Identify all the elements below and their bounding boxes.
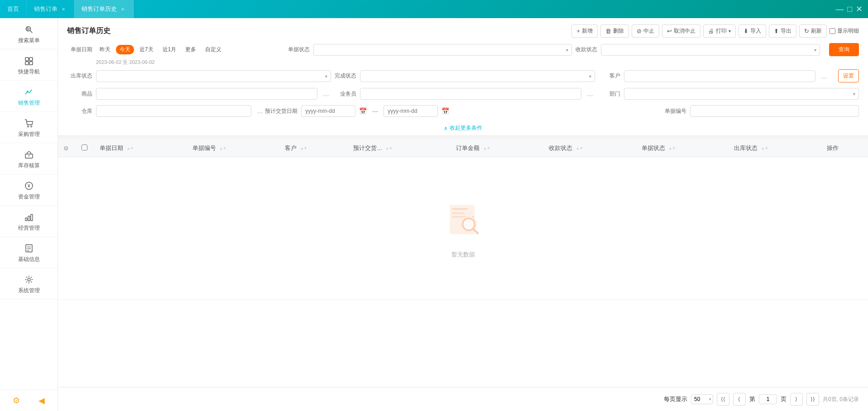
pagination-bar: 每页显示 20 50 100 200 ▾ ⟨⟨ ⟨ 第 页 ⟩ ⟩⟩ 共0页, … (58, 387, 868, 411)
next-page-button[interactable]: ⟩ (790, 393, 803, 406)
customer-input[interactable] (624, 70, 815, 82)
salesman-input[interactable] (360, 88, 581, 100)
sidebar-item-operations[interactable]: 经营管理 (0, 206, 58, 237)
close-app-icon[interactable]: ✕ (856, 4, 863, 14)
filter-order-no-item: 单据编号 (661, 105, 859, 117)
col-date: 单据日期 ▲▼ (94, 140, 187, 157)
maximize-icon[interactable]: □ (847, 5, 852, 14)
settings-button[interactable]: 设置 (838, 69, 859, 82)
pay-status-sort-icon[interactable]: ▲▼ (576, 147, 583, 150)
filter-row-3: 商品 … 业务员 … 部门 (67, 88, 859, 100)
date-tag-today[interactable]: 今天 (116, 45, 134, 54)
finance-icon: ¥ (24, 181, 34, 191)
sidebar-item-system[interactable]: 系统管理 (0, 268, 58, 300)
close-sales-order-history-icon[interactable]: ✕ (120, 6, 126, 12)
filter-customer-item: 客户 … 设置 (595, 69, 859, 82)
sidebar-collapse-icon[interactable]: ◀ (38, 396, 45, 406)
sidebar-item-basic-info[interactable]: 基础信息 (0, 237, 58, 268)
date-tag-more[interactable]: 更多 (182, 45, 200, 54)
warehouse-ellipsis-icon[interactable]: … (255, 107, 265, 115)
delete-button[interactable]: 🗑 删除 (600, 24, 629, 38)
display-columns-input[interactable] (830, 28, 835, 34)
add-button[interactable]: + 新增 (571, 24, 598, 38)
tab-home[interactable]: 查询 首页 (0, 0, 27, 18)
product-input[interactable] (96, 88, 317, 100)
first-page-button[interactable]: ⟨⟨ (717, 393, 729, 406)
order-status-sort-icon[interactable]: ▲▼ (668, 147, 676, 150)
collapse-row[interactable]: ∧ 收起更多条件 (67, 122, 859, 135)
date-tag-custom[interactable]: 自定义 (201, 45, 225, 54)
dept-select[interactable] (624, 88, 859, 100)
order-no-input[interactable] (690, 105, 859, 117)
expected-date-from-calendar-icon[interactable]: 📅 (359, 107, 367, 115)
sidebar-item-finance[interactable]: ¥ 资金管理 (0, 174, 58, 206)
date-sort-icon[interactable]: ▲▼ (127, 147, 134, 150)
out-status-select[interactable] (96, 70, 331, 82)
expected-date-label: 预计交货日期 (265, 107, 297, 115)
quick-nav-icon (24, 56, 34, 66)
status-select[interactable] (313, 44, 572, 56)
page-label-suffix: 页 (781, 395, 786, 403)
date-tag-yesterday[interactable]: 昨天 (96, 45, 114, 54)
print-dropdown-icon: ▾ (729, 29, 731, 34)
sidebar-item-search-menu[interactable]: 搜索菜单 (0, 18, 58, 49)
order-no-sort-icon[interactable]: ▲▼ (219, 147, 226, 150)
svg-rect-8 (29, 62, 33, 65)
out-status-sort-icon[interactable]: ▲▼ (761, 147, 768, 150)
close-sales-order-icon[interactable]: ✕ (60, 6, 67, 12)
date-range-row: 2023-06-02 至 2023-06-02 (67, 58, 859, 66)
sidebar-item-quick-nav[interactable]: 快捷导航 (0, 49, 58, 81)
page-number-input[interactable] (759, 394, 777, 404)
date-tag-last7[interactable]: 近7天 (136, 45, 157, 54)
status-select-wrapper (313, 44, 572, 56)
empty-state-row: ✦ · · 暂无数据 (58, 157, 868, 300)
amount-sort-icon[interactable]: ▲▼ (483, 147, 490, 150)
top-bar-actions: — □ ✕ (830, 4, 868, 14)
customer-sort-icon[interactable]: ▲▼ (300, 147, 307, 150)
sidebar-settings-icon[interactable]: ⚙ (13, 396, 20, 406)
date-tag-last30[interactable]: 近1月 (159, 45, 180, 54)
sidebar-item-purchase-mgmt[interactable]: 采购管理 (0, 112, 58, 143)
query-button[interactable]: 查询 (829, 43, 859, 56)
select-all-checkbox[interactable] (82, 145, 87, 150)
salesman-label: 业务员 (331, 90, 356, 98)
filter-area: 单据日期 昨天 今天 近7天 近1月 更多 自定义 (67, 43, 859, 135)
expected-date-from[interactable] (301, 105, 355, 117)
export-button[interactable]: ⬆ 导出 (769, 24, 796, 38)
page-size-label: 每页显示 (664, 395, 687, 403)
product-ellipsis-icon[interactable]: … (321, 90, 331, 97)
salesman-ellipsis-icon[interactable]: … (585, 90, 595, 97)
status-filter-label: 单据状态 (284, 46, 310, 53)
page-label-prefix: 第 (749, 395, 755, 403)
sidebar-item-sales-mgmt[interactable]: 销售管理 (0, 81, 58, 112)
stop-button[interactable]: ⊘ 中止 (632, 24, 659, 38)
expected-date-to-calendar-icon[interactable]: 📅 (441, 107, 449, 115)
filter-status-item: 单据状态 (284, 44, 572, 56)
expected-date-to[interactable] (384, 105, 438, 117)
last-page-button[interactable]: ⟩⟩ (806, 393, 819, 406)
prev-page-button[interactable]: ⟨ (733, 393, 746, 406)
warehouse-input[interactable] (96, 105, 251, 117)
page-size-select[interactable]: 20 50 100 200 (691, 394, 713, 404)
expected-date-sort-icon[interactable]: ▲▼ (385, 147, 393, 150)
tab-sales-order[interactable]: 销售订单 ✕ (27, 0, 74, 18)
minimize-icon[interactable]: — (835, 5, 844, 14)
page-size-wrapper: 20 50 100 200 ▾ (691, 394, 713, 404)
table-settings-icon[interactable]: ⚙ (63, 145, 69, 152)
cancel-stop-button[interactable]: ↩ 取消中止 (662, 24, 700, 38)
table-body: ✦ · · 暂无数据 (58, 157, 868, 300)
complete-status-select-wrapper (360, 70, 595, 82)
date-filter-control: 昨天 今天 近7天 近1月 更多 自定义 (96, 45, 284, 54)
sidebar-item-inventory[interactable]: 库存核算 (0, 143, 58, 174)
content-area: 销售订单历史 + 新增 🗑 删除 ⊘ 中止 ↩ (58, 18, 868, 411)
pay-status-select[interactable] (601, 44, 820, 56)
tab-sales-order-history[interactable]: 销售订单历史 ✕ (74, 0, 134, 18)
customer-ellipsis-icon[interactable]: … (819, 73, 829, 80)
col-out-status: 出库状态 ▲▼ (729, 140, 821, 157)
col-settings: ⚙ (58, 140, 76, 157)
import-button[interactable]: ⬇ 导入 (739, 24, 766, 38)
display-columns-checkbox[interactable]: 显示明细 (830, 27, 859, 35)
complete-status-select[interactable] (360, 70, 595, 82)
print-button[interactable]: 🖨 打印 ▾ (703, 24, 736, 38)
refresh-button[interactable]: ↻ 刷新 (799, 24, 827, 38)
